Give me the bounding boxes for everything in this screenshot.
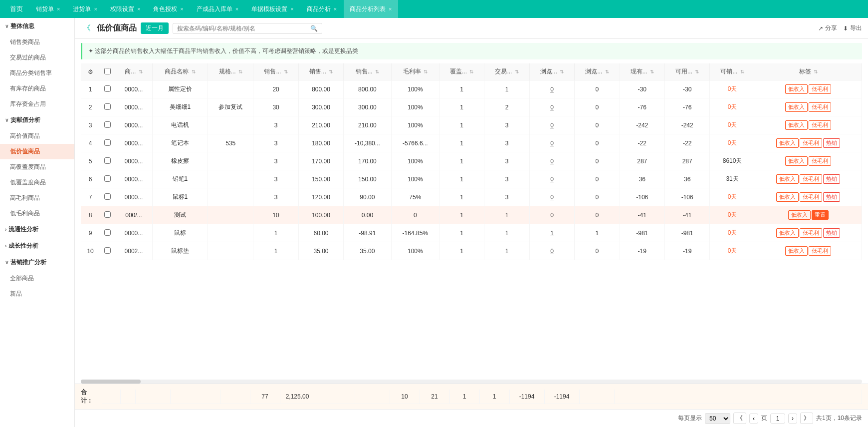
sidebar-section-overall[interactable]: ∨ 整体信息 <box>0 18 74 34</box>
views1-value[interactable]: 1 <box>550 230 554 237</box>
nav-product-analysis-close[interactable]: × <box>334 6 337 12</box>
row-checkbox[interactable] <box>104 193 111 200</box>
sidebar-item-high-coverage[interactable]: 高覆盖度商品 <box>0 159 74 175</box>
sidebar-item-low-coverage[interactable]: 低覆盖度商品 <box>0 175 74 190</box>
sidebar-item-high-margin[interactable]: 高毛利商品 <box>0 190 74 206</box>
sidebar-item-high-value[interactable]: 高价值商品 <box>0 128 74 144</box>
row-checkbox[interactable] <box>104 103 111 110</box>
horizontal-scrollbar[interactable] <box>81 380 862 384</box>
row-checkbox[interactable] <box>104 157 111 164</box>
last-page-button[interactable]: 》 <box>800 413 813 424</box>
export-button[interactable]: ⬇ 导出 <box>843 24 862 32</box>
col-margin[interactable]: 毛利率 ⇅ <box>391 63 439 80</box>
row-num: 6 <box>81 170 100 188</box>
nav-product-analysis-list[interactable]: 商品分析列表 × <box>344 0 398 18</box>
nav-template-close[interactable]: × <box>290 6 293 12</box>
days-value: 0天 <box>728 211 737 218</box>
views1-value[interactable]: 0 <box>550 158 554 165</box>
col-sales3[interactable]: 销售... ⇅ <box>344 63 391 80</box>
prev-page-button[interactable]: ‹ <box>749 414 758 424</box>
sidebar-item-sales-products[interactable]: 销售类商品 <box>0 34 74 50</box>
time-filter-button[interactable]: 近一月 <box>141 22 169 34</box>
nav-permissions[interactable]: 权限设置 × <box>104 0 146 18</box>
views1-value[interactable]: 0 <box>550 122 554 129</box>
per-page-select[interactable]: 50 100 <box>705 413 730 424</box>
nav-roles[interactable]: 角色授权 × <box>147 0 189 18</box>
nav-product-analysis-list-close[interactable]: × <box>389 6 392 12</box>
nav-permissions-close[interactable]: × <box>137 6 140 12</box>
row-name: 鼠标垫 <box>152 242 208 260</box>
row-checkbox[interactable] <box>104 211 111 218</box>
col-name[interactable]: 商品名称 ⇅ <box>152 63 208 80</box>
col-spec[interactable]: 规格... ⇅ <box>208 63 253 80</box>
col-sellable[interactable]: 可销... ⇅ <box>710 63 755 80</box>
views1-value[interactable]: 0 <box>550 104 554 111</box>
nav-warehouse[interactable]: 产成品入库单 × <box>191 0 244 18</box>
nav-warehouse-close[interactable]: × <box>235 6 238 12</box>
row-sales1: 3 <box>253 116 298 134</box>
row-spec <box>208 224 253 242</box>
col-views1[interactable]: 浏览... ⇅ <box>529 63 574 80</box>
views1-value[interactable]: 0 <box>550 212 554 219</box>
row-checkbox[interactable] <box>104 139 111 146</box>
views1-value[interactable]: 0 <box>550 140 554 147</box>
views1-value[interactable]: 0 <box>550 176 554 183</box>
nav-template[interactable]: 单据模板设置 × <box>245 0 299 18</box>
views1-value[interactable]: 0 <box>550 194 554 201</box>
page-label-text: 页 <box>761 414 767 423</box>
col-current[interactable]: 现有... ⇅ <box>620 63 664 80</box>
share-button[interactable]: ↗ 分享 <box>818 24 837 32</box>
row-checkbox[interactable] <box>104 247 111 254</box>
nav-purchase[interactable]: 进货单 × <box>67 0 103 18</box>
data-table: ⚙ 商... ⇅ 商品名称 ⇅ 规格... ⇅ 销售... ⇅ 销售... ⇅ … <box>81 63 862 260</box>
sidebar-item-stock-products[interactable]: 有库存的商品 <box>0 81 74 96</box>
col-coverage[interactable]: 覆盖... ⇅ <box>439 63 484 80</box>
sidebar-section-growth[interactable]: › 成长性分析 <box>0 238 74 254</box>
page-number-input[interactable] <box>770 414 785 424</box>
search-input[interactable] <box>177 25 308 32</box>
sidebar-item-traded-products[interactable]: 交易过的商品 <box>0 50 74 65</box>
col-transactions[interactable]: 交易... ⇅ <box>484 63 529 80</box>
sidebar-item-low-margin[interactable]: 低毛利商品 <box>0 206 74 221</box>
nav-roles-close[interactable]: × <box>180 6 183 12</box>
arrow-icon-2: ∨ <box>5 117 8 123</box>
nav-sales[interactable]: 销货单 × <box>30 0 66 18</box>
sidebar-section-contribution[interactable]: ∨ 贡献值分析 <box>0 112 74 128</box>
nav-sales-close[interactable]: × <box>57 6 60 12</box>
row-sales1: 3 <box>253 134 298 152</box>
views1-value[interactable]: 0 <box>550 248 554 255</box>
nav-purchase-close[interactable]: × <box>94 6 97 12</box>
row-checkbox[interactable] <box>104 229 111 236</box>
col-sales1[interactable]: 销售... ⇅ <box>253 63 298 80</box>
col-code[interactable]: 商... ⇅ <box>115 63 152 80</box>
sidebar-item-stock-capital[interactable]: 库存资金占用 <box>0 96 74 112</box>
row-checkbox[interactable] <box>104 175 111 182</box>
days-value: 0天 <box>728 121 737 128</box>
select-all-checkbox[interactable] <box>104 68 111 74</box>
sidebar-item-category-sales-rate[interactable]: 商品分类销售率 <box>0 65 74 81</box>
collapse-button[interactable]: 《 <box>81 22 93 34</box>
col-sales2[interactable]: 销售... ⇅ <box>298 63 343 80</box>
row-checkbox[interactable] <box>104 121 111 128</box>
sidebar-item-low-value[interactable]: 低价值商品 <box>0 144 74 159</box>
nav-home[interactable]: 首页 <box>4 0 29 18</box>
row-name: 鼠标 <box>152 224 208 242</box>
search-icon[interactable]: 🔍 <box>310 25 318 32</box>
sidebar-item-all-products[interactable]: 全部商品 <box>0 271 74 286</box>
sidebar-section-marketing[interactable]: ∨ 营销推广分析 <box>0 254 74 271</box>
nav-product-analysis[interactable]: 商品分析 × <box>301 0 343 18</box>
col-available[interactable]: 可用... ⇅ <box>664 63 709 80</box>
sidebar-section-circulation[interactable]: › 流通性分析 <box>0 221 74 238</box>
table-header-row: ⚙ 商... ⇅ 商品名称 ⇅ 规格... ⇅ 销售... ⇅ 销售... ⇅ … <box>81 63 862 80</box>
row-coverage: 1 <box>439 206 484 224</box>
sidebar-item-new-products[interactable]: 新品 <box>0 286 74 302</box>
table-row: 5 0000... 橡皮擦 3 170.00 170.00 100% 1 3 0… <box>81 152 862 170</box>
views1-value[interactable]: 0 <box>550 86 554 93</box>
col-views2[interactable]: 浏览... ⇅ <box>575 63 620 80</box>
col-settings[interactable]: ⚙ <box>81 63 100 80</box>
next-page-button[interactable]: › <box>788 414 797 424</box>
first-page-button[interactable]: 《 <box>733 413 746 424</box>
col-tags[interactable]: 标签 ⇅ <box>755 63 862 80</box>
row-checkbox[interactable] <box>104 85 111 92</box>
scrollbar-thumb[interactable] <box>81 380 141 384</box>
